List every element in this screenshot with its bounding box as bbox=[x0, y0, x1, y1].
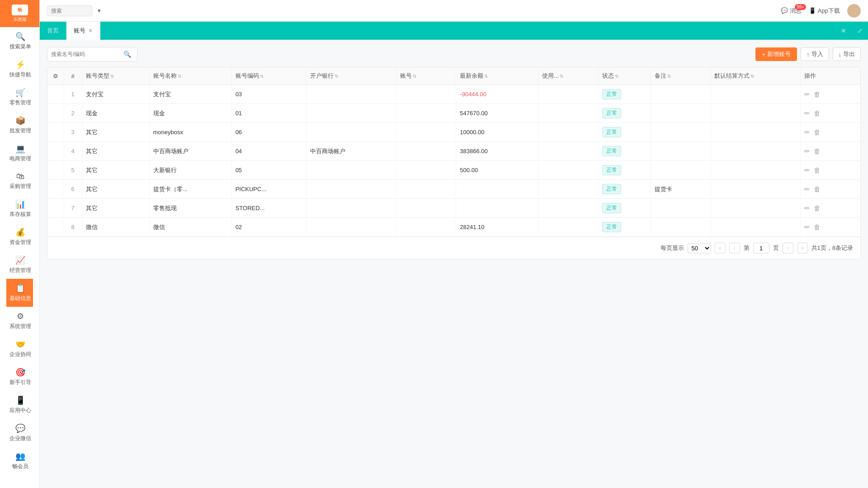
wholesale-icon: 📦 bbox=[15, 116, 25, 126]
message-button[interactable]: 💬 消息 99+ bbox=[781, 7, 802, 15]
th-account[interactable]: 账号⇅ bbox=[396, 67, 456, 85]
row-name: 现金 bbox=[149, 104, 231, 123]
th-code[interactable]: 账号编码⇅ bbox=[231, 67, 307, 85]
row-remark bbox=[651, 123, 710, 142]
sidebar-item-retail[interactable]: 🛒 零售管理 bbox=[6, 83, 33, 111]
row-type: 其它 bbox=[82, 161, 149, 180]
page-size-label: 每页显示 bbox=[660, 244, 684, 252]
sidebar-item-basic[interactable]: 📋 基础信息 bbox=[6, 279, 33, 307]
row-bank bbox=[307, 199, 396, 218]
delete-icon[interactable]: 🗑 bbox=[814, 185, 821, 193]
th-balance[interactable]: 最新余额⇅ bbox=[456, 67, 538, 85]
table-row: 3 其它 moneybosx 06 10000.00 正常 ✏ 🗑 bbox=[47, 123, 860, 142]
table-row: 6 其它 提货卡（零... PICKUPC... 正常 提货卡 ✏ 🗑 bbox=[47, 180, 860, 199]
ecommerce-icon: 💻 bbox=[15, 144, 25, 154]
guide-icon: 🎯 bbox=[15, 367, 25, 377]
sidebar-item-quick[interactable]: ⚡ 快捷导航 bbox=[6, 55, 33, 83]
row-remark bbox=[651, 85, 710, 104]
row-type: 其它 bbox=[82, 123, 149, 142]
th-type[interactable]: 账号类型⇅ bbox=[82, 67, 149, 85]
th-name[interactable]: 账号名称⇅ bbox=[149, 67, 231, 85]
sidebar-item-search[interactable]: 🔍 搜索菜单 bbox=[6, 27, 33, 55]
row-settlement bbox=[711, 85, 801, 104]
delete-icon[interactable]: 🗑 bbox=[814, 166, 821, 174]
sidebar-item-inventory[interactable]: 📊 库存核算 bbox=[6, 195, 33, 223]
sidebar-item-wechat[interactable]: 💬 企业微信 bbox=[6, 419, 33, 447]
topbar-dropdown[interactable]: ▾ bbox=[98, 7, 101, 14]
th-usage[interactable]: 使用...⇅ bbox=[538, 67, 598, 85]
first-page-button[interactable]: « bbox=[715, 243, 726, 253]
tab-fullscreen-action[interactable]: ⤢ bbox=[852, 22, 868, 40]
user-avatar[interactable] bbox=[847, 4, 861, 18]
delete-icon[interactable]: 🗑 bbox=[814, 109, 821, 117]
th-settings[interactable]: ⚙ bbox=[47, 67, 64, 85]
sidebar-item-system[interactable]: ⚙ 系统管理 bbox=[6, 307, 33, 335]
row-status: 正常 bbox=[598, 104, 651, 123]
row-settlement bbox=[711, 199, 801, 218]
next-page-button[interactable]: › bbox=[783, 243, 793, 253]
th-settlement[interactable]: 默认结算方式⇅ bbox=[711, 67, 801, 85]
tab-close-icon[interactable]: ✕ bbox=[88, 28, 93, 34]
edit-icon[interactable]: ✏ bbox=[804, 185, 810, 193]
topbar: ▾ 💬 消息 99+ 📱 App下载 bbox=[40, 0, 868, 22]
row-remark bbox=[651, 199, 710, 218]
add-account-button[interactable]: + 新增账号 bbox=[755, 47, 797, 61]
delete-icon[interactable]: 🗑 bbox=[814, 90, 821, 98]
topbar-left: ▾ bbox=[47, 5, 101, 16]
row-usage bbox=[538, 218, 598, 237]
sidebar-item-apps[interactable]: 📱 应用中心 bbox=[6, 391, 33, 419]
edit-icon[interactable]: ✏ bbox=[804, 223, 810, 231]
delete-icon[interactable]: 🗑 bbox=[814, 128, 821, 136]
sidebar-item-ecommerce[interactable]: 💻 电商管理 bbox=[6, 139, 33, 167]
row-gear bbox=[47, 180, 64, 199]
row-type: 现金 bbox=[82, 104, 149, 123]
table-row: 4 其它 中百商场账户 04 中百商场账户 383866.00 正常 ✏ 🗑 bbox=[47, 142, 860, 161]
row-bank bbox=[307, 161, 396, 180]
edit-icon[interactable]: ✏ bbox=[804, 166, 810, 174]
import-button[interactable]: ↑ 导入 bbox=[801, 47, 829, 61]
row-num: 8 bbox=[64, 218, 82, 237]
wechat-icon: 💬 bbox=[15, 423, 25, 433]
page-input[interactable] bbox=[753, 243, 769, 253]
last-page-button[interactable]: » bbox=[797, 243, 808, 253]
prev-page-button[interactable]: ‹ bbox=[729, 243, 740, 253]
table-row: 7 其它 零售抵现 STORED... 正常 ✏ 🗑 bbox=[47, 199, 860, 218]
row-gear bbox=[47, 104, 64, 123]
delete-icon[interactable]: 🗑 bbox=[814, 223, 821, 231]
delete-icon[interactable]: 🗑 bbox=[814, 147, 821, 155]
app-download-button[interactable]: 📱 App下载 bbox=[809, 7, 840, 15]
inventory-icon: 📊 bbox=[15, 199, 25, 209]
th-remark[interactable]: 备注⇅ bbox=[651, 67, 710, 85]
edit-icon[interactable]: ✏ bbox=[804, 109, 810, 117]
export-button[interactable]: ↓ 导出 bbox=[833, 47, 861, 61]
edit-icon[interactable]: ✏ bbox=[804, 128, 810, 136]
delete-icon[interactable]: 🗑 bbox=[814, 204, 821, 212]
row-gear bbox=[47, 218, 64, 237]
row-type: 其它 bbox=[82, 199, 149, 218]
row-code: STORED... bbox=[231, 199, 307, 218]
edit-icon[interactable]: ✏ bbox=[804, 204, 810, 212]
row-usage bbox=[538, 180, 598, 199]
sidebar-item-wholesale[interactable]: 📦 批发管理 bbox=[6, 111, 33, 139]
row-status: 正常 bbox=[598, 218, 651, 237]
edit-icon[interactable]: ✏ bbox=[804, 90, 810, 99]
sidebar-item-finance[interactable]: 💰 资金管理 bbox=[6, 223, 33, 251]
tab-home[interactable]: 首页 bbox=[40, 22, 66, 40]
tab-close-action[interactable]: ✕ bbox=[835, 22, 852, 40]
tab-account[interactable]: 账号 ✕ bbox=[66, 22, 100, 40]
sidebar-item-purchase[interactable]: 🛍 采购管理 bbox=[6, 167, 33, 195]
sidebar-item-guide[interactable]: 🎯 新手引导 bbox=[6, 363, 33, 391]
search-input[interactable] bbox=[51, 51, 123, 57]
page-size-select[interactable]: 50 100 bbox=[688, 243, 711, 253]
topbar-right: 💬 消息 99+ 📱 App下载 bbox=[781, 4, 861, 18]
sidebar-item-cooperation[interactable]: 🤝 企业协同 bbox=[6, 335, 33, 363]
edit-icon[interactable]: ✏ bbox=[804, 147, 810, 155]
status-badge: 正常 bbox=[602, 89, 621, 99]
sidebar-item-operations[interactable]: 📈 经营管理 bbox=[6, 251, 33, 279]
th-bank[interactable]: 开户银行⇅ bbox=[307, 67, 396, 85]
row-usage bbox=[538, 123, 598, 142]
th-status[interactable]: 状态⇅ bbox=[598, 67, 651, 85]
sidebar-item-member[interactable]: 👥 畅会员 bbox=[6, 447, 33, 475]
topbar-search-input[interactable] bbox=[47, 5, 92, 16]
row-balance bbox=[456, 180, 538, 199]
